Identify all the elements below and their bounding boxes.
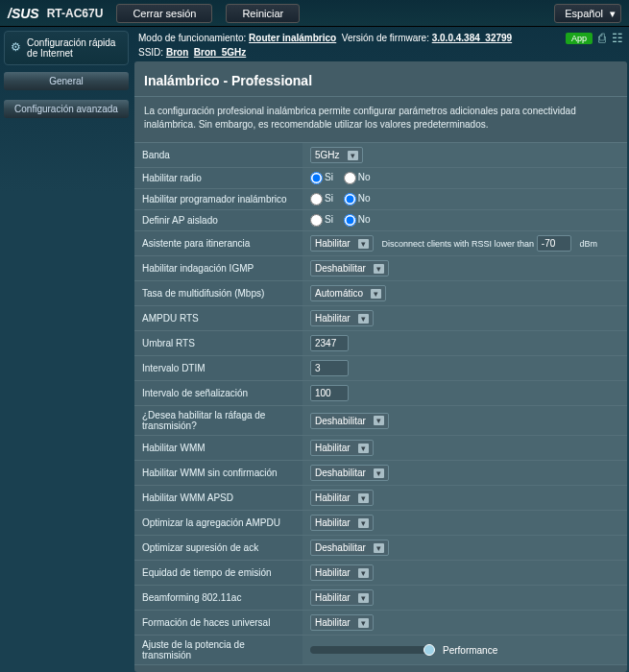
chevron-down-icon: ▾	[374, 468, 384, 478]
sidebar: ⚙ Configuración rápida de Internet Gener…	[0, 27, 133, 672]
beacon-input[interactable]	[310, 385, 349, 401]
chevron-down-icon: ▾	[358, 518, 369, 528]
igmp-select[interactable]: Deshabilitar▾	[310, 260, 389, 276]
ssid-label: SSID:	[138, 47, 163, 58]
bf11ac-label: Beamforming 802.11ac	[134, 586, 302, 611]
band-select[interactable]: 5GHz▾	[310, 147, 363, 163]
panel-title: Inalámbrico - Professional	[134, 61, 627, 97]
scheduler-yes[interactable]: Si	[310, 193, 333, 204]
mode-value[interactable]: Router inalámbrico	[249, 33, 336, 43]
mcast-select[interactable]: Automático▾	[310, 285, 386, 301]
roaming-select[interactable]: Habilitar▾	[310, 235, 374, 252]
slider-thumb-icon	[423, 644, 435, 656]
rssi-unit: dBm	[580, 239, 598, 249]
chevron-down-icon: ▾	[374, 543, 384, 553]
rssi-input[interactable]	[537, 235, 571, 252]
main-content: Modo de funcionamiento: Router inalámbri…	[133, 27, 629, 672]
chevron-down-icon: ▾	[358, 444, 369, 453]
enable-radio-yes[interactable]: Si	[310, 172, 333, 182]
beacon-label: Intervalo de señalización	[134, 381, 302, 406]
mode-label: Modo de funcionamiento:	[138, 33, 246, 43]
isolated-no[interactable]: No	[344, 214, 371, 225]
status-line: Modo de funcionamiento: Router inalámbri…	[133, 27, 629, 47]
quick-setup-button[interactable]: ⚙ Configuración rápida de Internet	[4, 31, 129, 65]
ssid-line: SSID: Bron Bron_5GHz	[133, 47, 629, 60]
language-select[interactable]: Español	[554, 4, 621, 23]
panel-description: La configuración profesional inalámbrica…	[134, 97, 627, 143]
app-badge[interactable]: App	[566, 33, 593, 44]
ack-sup-select[interactable]: Deshabilitar▾	[310, 540, 389, 556]
sidebar-section-advanced: Configuración avanzada	[4, 100, 129, 118]
wmm-select[interactable]: Habilitar▾	[310, 440, 374, 456]
ampdu-label: AMPDU RTS	[134, 306, 302, 331]
txpower-slider[interactable]	[310, 646, 435, 654]
reboot-button[interactable]: Reiniciar	[226, 4, 300, 23]
isolated-label: Definir AP aislado	[134, 210, 302, 231]
ampdu-select[interactable]: Habilitar▾	[310, 310, 374, 326]
quick-setup-label: Configuración rápida de Internet	[27, 37, 122, 59]
language-value: Español	[565, 8, 603, 19]
ampdu-agg-select[interactable]: Habilitar▾	[310, 515, 374, 531]
top-bar: /SUS RT-AC67U Cerrar sesión Reiniciar Es…	[0, 0, 629, 27]
chevron-down-icon: ▾	[358, 493, 369, 503]
airtime-label: Equidad de tiempo de emisión	[134, 561, 302, 586]
fw-label: Versión de firmware:	[342, 33, 429, 43]
gear-icon: ⚙	[11, 40, 21, 56]
wmm-apsd-select[interactable]: Habilitar▾	[310, 490, 374, 506]
airtime-select[interactable]: Habilitar▾	[310, 564, 374, 581]
chevron-down-icon: ▾	[374, 416, 384, 425]
enable-radio-no[interactable]: No	[344, 172, 371, 182]
brand-logo: /SUS	[8, 6, 39, 21]
logout-button[interactable]: Cerrar sesión	[116, 4, 212, 23]
dtim-input[interactable]	[310, 360, 349, 376]
bf-uni-label: Formación de haces universal	[134, 611, 302, 636]
chevron-down-icon: ▾	[348, 151, 358, 160]
wmm-noack-label: Habilitar WMM sin confirmación	[134, 461, 302, 486]
scheduler-label: Habilitar programador inalámbrico	[134, 189, 302, 210]
enable-radio-label: Habilitar radio	[134, 168, 302, 189]
txpower-label: Ajuste de la potencia de transmisión	[134, 636, 302, 665]
chevron-down-icon: ▾	[371, 289, 381, 299]
mcast-label: Tasa de multidifusión (Mbps)	[134, 281, 302, 306]
wmm-label: Habilitar WMM	[134, 436, 302, 461]
wmm-apsd-label: Habilitar WMM APSD	[134, 486, 302, 511]
chevron-down-icon: ▾	[358, 239, 369, 249]
rts-label: Umbral RTS	[134, 331, 302, 356]
bf11ac-select[interactable]: Habilitar▾	[310, 589, 374, 606]
bf-uni-select[interactable]: Habilitar▾	[310, 614, 374, 631]
chevron-down-icon: ▾	[358, 593, 369, 603]
igmp-label: Habilitar indagación IGMP	[134, 256, 302, 281]
roaming-label: Asistente para itinerancia	[134, 231, 302, 256]
chevron-down-icon: ▾	[358, 568, 369, 578]
roaming-note-pre: Disconnect clients with RSSI lower than	[381, 239, 534, 249]
chevron-down-icon: ▾	[358, 618, 369, 628]
sidebar-section-general: General	[4, 72, 129, 90]
ampdu-agg-label: Optimizar la agregación AMPDU	[134, 511, 302, 536]
model-name: RT-AC67U	[47, 7, 104, 20]
band-label: Banda	[134, 143, 302, 168]
txpower-value: Performance	[443, 645, 497, 656]
settings-table: Banda 5GHz▾ Habilitar radio Si No Habili…	[134, 143, 627, 665]
rts-input[interactable]	[310, 335, 349, 351]
wmm-noack-select[interactable]: Deshabilitar▾	[310, 465, 389, 481]
isolated-yes[interactable]: Si	[310, 214, 333, 225]
scheduler-no[interactable]: No	[344, 193, 371, 204]
ack-sup-label: Optimizar supresión de ack	[134, 536, 302, 561]
client-icon[interactable]: ☷	[612, 31, 623, 45]
ssid1-value[interactable]: Bron	[166, 47, 188, 58]
fw-value[interactable]: 3.0.0.4.384_32799	[432, 33, 512, 43]
usb-icon[interactable]: ⎙	[598, 31, 606, 45]
settings-panel: Inalámbrico - Professional La configurac…	[134, 61, 627, 672]
chevron-down-icon: ▾	[374, 264, 384, 274]
txburst-select[interactable]: Deshabilitar▾	[310, 413, 389, 429]
txburst-label: ¿Desea habilitar la ráfaga de transmisió…	[134, 406, 302, 436]
dtim-label: Intervalo DTIM	[134, 356, 302, 381]
chevron-down-icon: ▾	[358, 314, 369, 324]
ssid2-value[interactable]: Bron_5GHz	[194, 47, 246, 58]
